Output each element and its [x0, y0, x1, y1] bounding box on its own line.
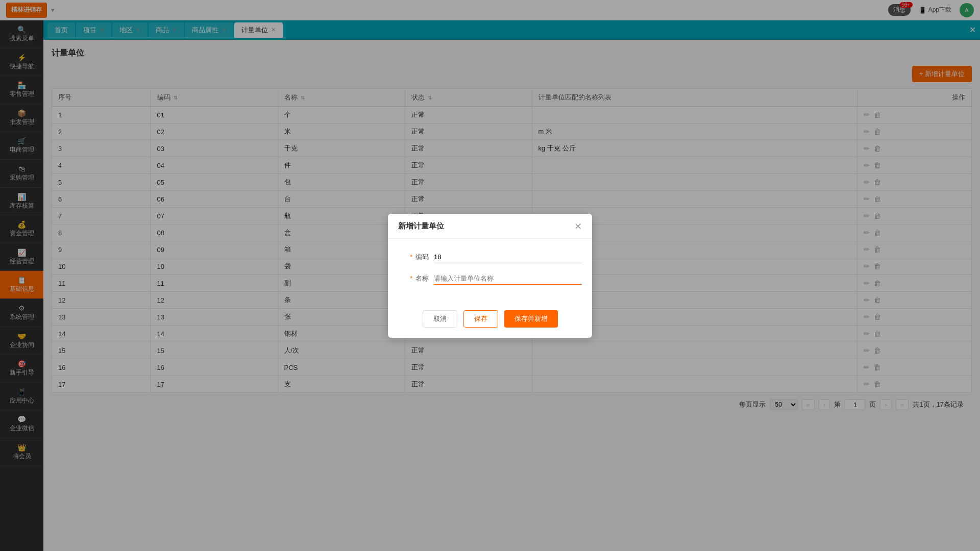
add-unit-modal: 新增计量单位 ✕ * 编码 * 名称	[388, 214, 592, 338]
save-and-new-button[interactable]: 保存并新增	[504, 310, 558, 328]
code-required-marker: *	[410, 253, 412, 261]
modal-body: * 编码 * 名称	[388, 239, 592, 304]
code-input[interactable]	[434, 251, 582, 263]
modal-header: 新增计量单位 ✕	[388, 214, 592, 239]
form-row-name: * 名称	[398, 272, 582, 285]
save-button[interactable]: 保存	[463, 310, 498, 328]
name-required-marker: *	[410, 274, 412, 282]
modal-title: 新增计量单位	[398, 221, 444, 231]
app-container: 橘林进销存 ▾ 消息 99+ 📱 App下载 A 🔍 搜索菜单	[0, 0, 980, 551]
name-label: * 名称	[398, 274, 429, 283]
modal-footer: 取消 保存 保存并新增	[388, 304, 592, 338]
name-input[interactable]	[434, 272, 582, 285]
modal-close-button[interactable]: ✕	[574, 221, 582, 232]
cancel-button[interactable]: 取消	[423, 310, 457, 328]
code-label: * 编码	[398, 253, 429, 262]
form-row-code: * 编码	[398, 251, 582, 263]
modal-overlay: 新增计量单位 ✕ * 编码 * 名称	[0, 0, 980, 551]
